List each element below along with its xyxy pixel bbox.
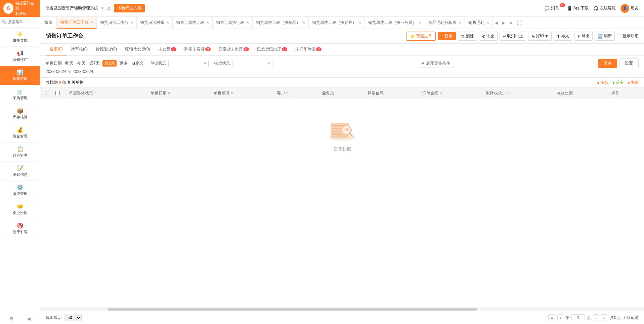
filter-payment-select[interactable] <box>232 60 272 67</box>
sort-status[interactable]: 单据整体状态 ⇅ <box>69 90 142 96</box>
filter-opt-1month[interactable]: 近1月 <box>102 60 117 67</box>
tab-close-icon[interactable]: ✕ <box>246 21 249 25</box>
page-number-input[interactable] <box>571 314 585 321</box>
sidebar-item-basic-info[interactable]: 📝 基础信息 <box>0 162 40 181</box>
sidebar-search[interactable]: 🔍 搜索菜单 <box>0 17 40 28</box>
batch-ship-button[interactable]: ● 发货 <box>628 80 639 85</box>
message-item[interactable]: 💬 消息 6 <box>545 5 562 11</box>
export-button[interactable]: ⬇ 导出 <box>574 32 593 41</box>
tab-cash-goods-reconcile[interactable]: 钱货日清对账 ✕ <box>137 17 173 29</box>
sidebar-item-marketing[interactable]: 📢 营销推广 <box>0 47 40 66</box>
scrollbar-thumb[interactable] <box>108 308 477 311</box>
delete-button[interactable]: 🗑 删除 <box>458 32 477 41</box>
tab-close-icon[interactable]: ✕ <box>206 21 209 25</box>
sort-number[interactable]: 单据编号 ⇅ <box>214 90 269 96</box>
sub-tab-overdue-not-shipped[interactable]: 到期未发货0 <box>180 44 215 55</box>
refresh-button[interactable]: 🔄 刷新 <box>595 32 615 41</box>
tab-nav-prev-button[interactable]: ◀ <box>493 17 500 29</box>
tab-cash-daily-clear[interactable]: 钱货日清工作台 ✕ <box>97 17 137 29</box>
tab-sales-stats-by-customer[interactable]: 销货单统计表（按客户） ✕ <box>309 17 365 29</box>
batch-review-button[interactable]: ● 审核 <box>597 80 608 85</box>
filter-status-select[interactable] <box>168 60 209 67</box>
add-button[interactable]: + 新增 <box>438 32 456 40</box>
page-size-select[interactable]: 50 10 20 100 <box>65 314 82 321</box>
query-button[interactable]: 查询 <box>598 59 617 68</box>
cancel-abort-label: 取消中止 <box>507 33 523 39</box>
tab-sales-order-workbench[interactable]: 销售订单工作台 ✕ <box>57 17 97 29</box>
sub-tab-pending-inspection[interactable]: 待拣验货(0) <box>92 44 121 55</box>
first-page-button[interactable]: « <box>548 314 555 321</box>
last-page-button[interactable]: » <box>601 314 608 321</box>
sort-amount[interactable]: 订单金额 ⇅ <box>422 90 477 96</box>
tab-close-icon[interactable]: ✕ <box>459 21 461 25</box>
tab-home[interactable]: 首页 <box>40 17 57 29</box>
review-icon: ● <box>597 80 599 85</box>
export-label: 导出 <box>582 33 590 39</box>
trial-button[interactable]: 体验行业方案 <box>114 4 145 12</box>
sidebar-item-quick-nav[interactable]: ⚡ 快捷导航 <box>0 28 40 47</box>
abort-button[interactable]: ⊘ 中止 <box>479 32 498 41</box>
sub-tab-pending-review[interactable]: 待审核(0) <box>67 44 92 55</box>
filter-expand-button[interactable]: ▼ 展开更多条件 <box>418 59 453 68</box>
tab-product-margin[interactable]: 商品毛利分析表 ✕ <box>425 17 465 29</box>
filter-opt-custom[interactable]: 自定义 <box>130 60 145 67</box>
online-service-item[interactable]: 🎧 在线客服 <box>593 5 616 11</box>
user-item[interactable]: 👤 用友 <box>620 4 639 13</box>
sidebar-item-sales[interactable]: 📊 销售管理 <box>0 66 40 85</box>
filter-settings-button[interactable]: 设置 <box>619 58 639 68</box>
tab-bar: 首页 销售订单工作台 ✕ 钱货日清工作台 ✕ 钱货日清对账 ✕ 销售订单统计表 … <box>40 17 644 29</box>
tab-close-all-button[interactable]: ✕ <box>507 17 515 29</box>
tab-sales-stats-by-staff[interactable]: 销货单统计表（按业务员） ✕ <box>365 17 425 29</box>
header-gear-icon[interactable]: ⚙ <box>107 6 111 11</box>
filter-opt-today[interactable]: 今天 <box>76 60 87 67</box>
settings-bottom-icon[interactable]: ⚙ <box>9 316 14 321</box>
tab-expand-button[interactable]: ⛶ <box>515 17 524 29</box>
tab-close-icon[interactable]: ✕ <box>419 21 421 25</box>
tab-close-icon[interactable]: ✕ <box>166 21 169 25</box>
cancel-abort-button[interactable]: ↩ 取消中止 <box>500 32 526 41</box>
sidebar-item-operations[interactable]: 📋 经营管理 <box>0 143 40 162</box>
system-dropdown-icon[interactable]: ▼ <box>101 6 104 10</box>
app-download-item[interactable]: 📱 App下载 <box>567 5 589 11</box>
tab-sales-stats-by-product[interactable]: 销货单统计表（按商品） ✕ <box>253 17 309 29</box>
sidebar-item-enterprise[interactable]: 🤝 企业协同 <box>0 200 40 219</box>
tab-close-icon[interactable]: ✕ <box>486 21 489 25</box>
filter-opt-more[interactable]: 更多 <box>118 60 129 67</box>
smart-generate-button[interactable]: ⭐ 智能生单 <box>406 32 436 41</box>
prev-page-button[interactable]: ‹ <box>557 314 563 321</box>
tab-close-icon[interactable]: ✕ <box>90 21 93 24</box>
sidebar-item-guide[interactable]: 🎯 新手引导 <box>0 219 40 238</box>
batch-anti-review-button[interactable]: ● 反审 <box>612 80 624 85</box>
show-detail-checkbox[interactable]: 显示明细 <box>617 33 639 39</box>
horizontal-scrollbar[interactable] <box>40 307 644 311</box>
guide-icon: 🎯 <box>17 222 24 229</box>
tab-sales-order-exec[interactable]: 销售订单执行表 ✕ <box>213 17 253 29</box>
sidebar-item-finance[interactable]: 💰 资金管理 <box>0 123 40 143</box>
next-page-button[interactable]: › <box>593 314 599 321</box>
filter-opt-yesterday[interactable]: 昨天 <box>64 60 75 67</box>
sidebar-item-system[interactable]: ⚙️ 系统管理 <box>0 181 40 200</box>
sidebar-item-inventory[interactable]: 📦 库存核算 <box>0 104 40 123</box>
sort-collected[interactable]: 累计收款... ⇅ <box>486 90 549 96</box>
sort-date[interactable]: 单据日期 ⇅ <box>151 90 206 96</box>
sub-tab-all[interactable]: 全部(0) <box>46 44 67 55</box>
tab-close-icon[interactable]: ✕ <box>130 21 133 25</box>
tab-nav-next-button[interactable]: ▶ <box>500 17 507 29</box>
sort-customer[interactable]: 客户 ⇅ <box>277 90 314 96</box>
tab-sales-margin[interactable]: 销售毛利 ✕ <box>465 17 493 29</box>
tab-close-icon[interactable]: ✕ <box>302 21 305 25</box>
sub-tab-wangpu-pending-ship[interactable]: 旺铺待发货(0) <box>121 44 154 55</box>
sub-tab-not-shipped[interactable]: 未发货0 <box>154 44 180 55</box>
tab-close-icon[interactable]: ✕ <box>358 21 361 25</box>
filter-opt-7days[interactable]: 近7天 <box>88 60 101 67</box>
show-detail-input[interactable] <box>617 34 621 38</box>
select-all-checkbox[interactable] <box>55 91 60 95</box>
sub-tab-shipped-out[interactable]: 已发货已出库0 <box>253 44 291 55</box>
collapse-icon[interactable]: ◀ <box>27 316 31 321</box>
import-button[interactable]: ⬆ 导入 <box>554 32 572 41</box>
sub-tab-shipped-not-out[interactable]: 已发货未出库0 <box>215 44 253 55</box>
sidebar-item-purchase[interactable]: 🛒 采购管理 <box>0 85 40 104</box>
sub-tab-not-printed[interactable]: 未打印单据0 <box>291 44 326 55</box>
tab-sales-order-stats[interactable]: 销售订单统计表 ✕ <box>173 17 213 29</box>
print-button[interactable]: 🖨 打印 ▼ <box>528 32 552 41</box>
